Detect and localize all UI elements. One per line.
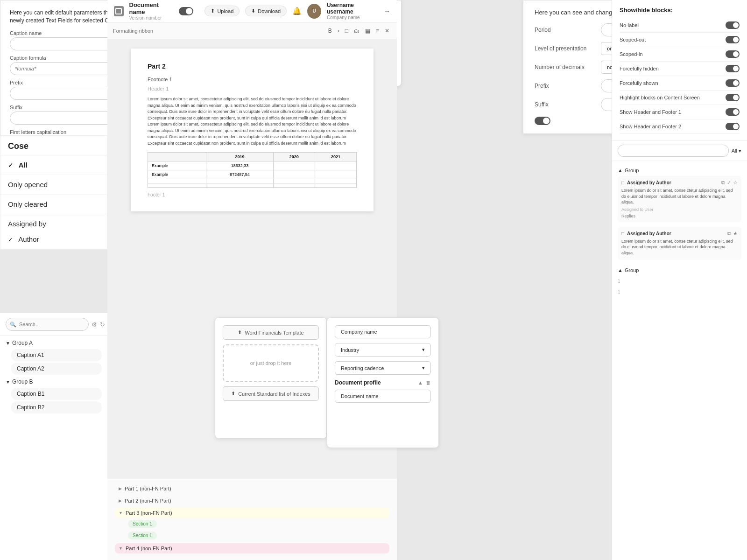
tree-part-2-row[interactable]: ▶ Part 2 (non-FN Part) — [115, 496, 389, 506]
comment-2-star-btn[interactable]: ★ — [733, 231, 738, 237]
chevron-down-icon: ▾ — [422, 365, 425, 371]
word-template-button[interactable]: ⬆ Word Financials Template — [223, 325, 319, 340]
company-name: Company name — [327, 15, 378, 20]
comment-block-1: □ Assigned by Author ⧉ ✓ ☆ Lorem ipsum d… — [618, 176, 741, 222]
industry-field: Industry ▾ — [335, 343, 431, 357]
chevron-down-icon: ▾ — [739, 148, 741, 154]
download-button[interactable]: ⬇ Download — [245, 6, 287, 16]
rs-search-input[interactable] — [618, 145, 729, 157]
notification-button[interactable]: 🔔 — [292, 7, 302, 15]
format-table-btn[interactable]: ▦ — [363, 27, 372, 35]
upload-button[interactable]: ⬆ Upload — [204, 6, 240, 16]
search-input[interactable] — [6, 318, 89, 331]
settings-icon-btn[interactable]: ⚙ — [92, 321, 97, 328]
forcefully-hidden-toggle[interactable] — [726, 65, 740, 72]
table-col-2019: 2019 — [206, 153, 273, 161]
doc-profile-title: Document profile — [335, 379, 381, 386]
toggle-scoped-out-row: Scoped-out — [620, 33, 740, 47]
format-bold-btn[interactable]: B — [326, 27, 334, 35]
toggle-forcefully-shown-row: Forcefully shown — [620, 76, 740, 91]
rs-comments-content: ▲ Group □ Assigned by Author ⧉ ✓ ☆ Lorem… — [612, 161, 747, 560]
forcefully-hidden-text: Forcefully hidden — [620, 66, 659, 71]
industry-button[interactable]: Industry ▾ — [335, 343, 431, 357]
right-sidebar-header: Show/hide blocks: No-label Scoped-out Sc… — [612, 0, 747, 141]
assigned-author-item[interactable]: ✓ Author — [0, 230, 107, 249]
comment-2-copy-btn[interactable]: ⧉ — [727, 231, 731, 237]
chevron-down-icon: ▼ — [6, 341, 10, 346]
comment-block-2: □ Assigned by Author ⧉ ★ Lorem ipsum dol… — [618, 227, 741, 260]
drop-zone[interactable]: or just drop it here — [223, 344, 319, 382]
upload-icon: ⬆ — [211, 8, 215, 14]
caption-b2-item[interactable]: Caption B2 — [11, 401, 102, 413]
refresh-icon-btn[interactable]: ↻ — [100, 321, 105, 328]
level-label: Level of presentation — [535, 45, 595, 52]
caption-a2-item[interactable]: Caption A2 — [11, 363, 102, 375]
page-title: Part 2 — [148, 63, 357, 70]
doc-name-button[interactable]: Document name — [335, 390, 431, 403]
format-list-btn[interactable]: ≡ — [374, 27, 381, 35]
rs-group-1-header[interactable]: ▲ Group — [618, 165, 741, 176]
no-label-toggle[interactable] — [726, 21, 740, 29]
variable-toggle[interactable] — [535, 117, 550, 125]
toggle-header-footer-2-row: Show Header and Footer 2 — [620, 119, 740, 134]
tree-section-2-row[interactable]: Section 1 — [115, 530, 389, 541]
comment-1-actions: ⧉ ✓ ☆ — [721, 180, 738, 186]
table-row: Example 18632,33 — [148, 161, 357, 170]
highlight-toggle[interactable] — [726, 94, 740, 101]
rs-group-2-header[interactable]: ▲ Group — [618, 265, 741, 276]
tree-section-1-row[interactable]: Section 1 — [115, 518, 389, 530]
format-bar-controls: B ‹ □ 🗂 ▦ ≡ ✕ — [326, 27, 391, 35]
doc-profile-delete-btn[interactable]: 🗑 — [426, 380, 431, 385]
format-folder-btn[interactable]: 🗂 — [352, 27, 361, 35]
doc-name-label: Document name — [341, 393, 379, 399]
index-button[interactable]: ⬆ Current Standard list of Indexes — [223, 386, 319, 401]
forcefully-shown-toggle[interactable] — [726, 79, 740, 87]
comment-1-star-btn[interactable]: ☆ — [733, 180, 738, 186]
tree-section: ▼ Group A Caption A1 Caption A2 ▼ Group … — [0, 336, 107, 560]
document-page: Part 2 Footnote 1 Header 1 Lorem ipsum d… — [131, 49, 374, 211]
group-b-label: Group B — [12, 378, 33, 385]
filter-all-item[interactable]: ✓ All — [0, 155, 107, 175]
header-footer-2-toggle[interactable] — [726, 123, 740, 130]
document-toggle[interactable] — [179, 7, 194, 15]
tree-part-3: ▼ Part 3 (non-FN Part) Section 1 Section… — [115, 508, 389, 541]
company-name-button[interactable]: Company name — [335, 325, 431, 338]
search-icon: 🔍 — [10, 322, 16, 328]
table-row: Example 872487,54 — [148, 170, 357, 179]
word-template-label: Word Financials Template — [245, 330, 303, 336]
filter-cleared-item[interactable]: Only cleared — [0, 195, 107, 214]
reporting-button[interactable]: Reporting cadence ▾ — [335, 361, 431, 375]
scoped-in-toggle[interactable] — [726, 50, 740, 58]
checkmark-icon: ✓ — [8, 236, 13, 243]
tree-part-1-row[interactable]: ▶ Part 1 (non-FN Part) — [115, 483, 389, 494]
comment-1-check-btn[interactable]: ✓ — [727, 180, 731, 186]
format-close-btn[interactable]: ✕ — [383, 27, 391, 35]
comment-2-actions: ⧉ ★ — [727, 231, 738, 237]
filter-opened-item[interactable]: Only opened — [0, 175, 107, 195]
rs-all-button[interactable]: All ▾ — [732, 148, 741, 154]
caption-a1-item[interactable]: Caption A1 — [11, 349, 102, 361]
format-italic-btn[interactable]: ‹ — [336, 27, 341, 35]
avatar: U — [307, 4, 321, 19]
group-b-header[interactable]: ▼ Group B — [6, 378, 102, 385]
table-col-2020: 2020 — [273, 153, 315, 161]
scoped-in-text: Scoped-in — [620, 51, 643, 57]
header-footer-1-toggle[interactable] — [726, 108, 740, 116]
caption-tree-panel: 🔍 ⚙ ↻ ▼ Group A Caption A1 Caption A2 ▼ … — [0, 313, 107, 560]
table-row — [148, 179, 357, 183]
tree-part-3-row[interactable]: ▼ Part 3 (non-FN Part) — [115, 508, 389, 518]
logout-button[interactable]: → — [384, 7, 390, 15]
filter-all-label: All — [19, 161, 28, 169]
caption-b1-item[interactable]: Caption B1 — [11, 388, 102, 400]
group-a-header[interactable]: ▼ Group A — [6, 340, 102, 346]
format-box-btn[interactable]: □ — [343, 27, 350, 35]
tree-part-4-row[interactable]: ▼ Part 4 (non-FN Part) — [115, 543, 389, 553]
right-form-panel: Company name Industry ▾ Reporting cadenc… — [327, 317, 439, 448]
doc-profile-expand-btn[interactable]: ▲ — [418, 380, 423, 385]
chevron-up-icon: ▲ — [618, 168, 623, 173]
scoped-out-toggle[interactable] — [726, 36, 740, 43]
rs-search-row: All ▾ — [612, 141, 747, 161]
comment-1-replies[interactable]: Replies — [621, 214, 738, 218]
comment-1-copy-btn[interactable]: ⧉ — [721, 180, 725, 186]
toggle-forcefully-hidden-row: Forcefully hidden — [620, 62, 740, 76]
